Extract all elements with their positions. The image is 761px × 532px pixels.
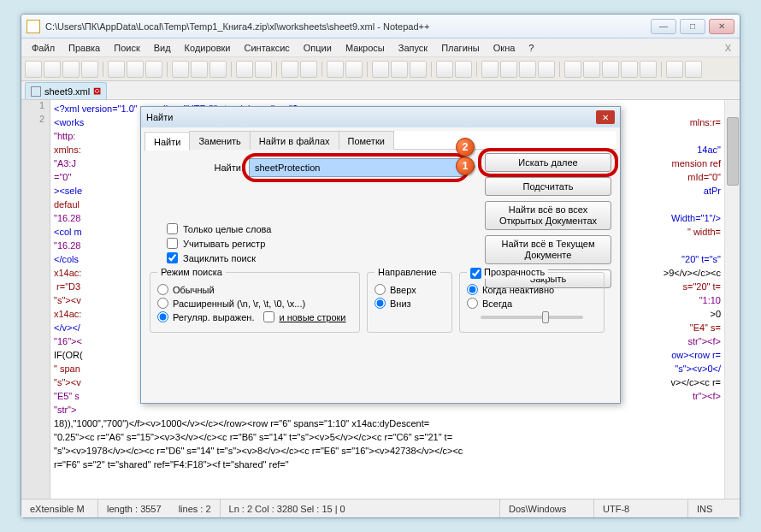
scrollbar-thumb[interactable] bbox=[727, 117, 739, 186]
whole-words-label: Только целые слова bbox=[183, 224, 271, 234]
menu-syntax[interactable]: Синтаксис bbox=[238, 43, 297, 53]
menu-encoding[interactable]: Кодировки bbox=[178, 43, 238, 53]
tool-zoomin-icon[interactable] bbox=[327, 61, 344, 78]
menu-file[interactable]: Файл bbox=[25, 43, 62, 53]
menu-options[interactable]: Опции bbox=[297, 43, 339, 53]
tool-playfast-icon[interactable] bbox=[621, 61, 638, 78]
dialog-close-icon[interactable]: ✕ bbox=[596, 110, 615, 124]
trans-inactive-radio[interactable] bbox=[467, 284, 478, 295]
tool-zoomout-icon[interactable] bbox=[345, 61, 363, 78]
menu-plugins[interactable]: Плагины bbox=[434, 43, 487, 53]
tool-fold-icon[interactable] bbox=[455, 61, 472, 78]
find-dialog: Найти ✕ Найти Заменить Найти в файлах По… bbox=[140, 106, 621, 404]
tool-copy-icon[interactable] bbox=[191, 61, 208, 78]
direction-group: Направление Вверх Вниз bbox=[367, 272, 452, 333]
tool-replace-icon[interactable] bbox=[300, 61, 317, 78]
find-all-current-button[interactable]: Найти всё в Текущем Документе bbox=[485, 235, 611, 264]
status-eol: Dos\Windows bbox=[500, 499, 594, 517]
trans-always-radio[interactable] bbox=[467, 298, 478, 309]
find-label: Найти: bbox=[150, 163, 244, 173]
maximize-button[interactable]: □ bbox=[680, 19, 705, 34]
status-lines: lines : 2 bbox=[170, 499, 221, 517]
gutter: 1 2 bbox=[21, 100, 50, 499]
tool-find-icon[interactable] bbox=[281, 61, 298, 78]
transparency-slider[interactable] bbox=[481, 316, 583, 319]
marker-1: 1 bbox=[456, 157, 475, 175]
direction-title: Направление bbox=[375, 267, 440, 277]
tool-doc4-icon[interactable] bbox=[538, 61, 555, 78]
tab-findinfiles[interactable]: Найти в файлах bbox=[250, 131, 339, 150]
search-mode-group: Режим поиска Обычный Расширенный (\n, \r… bbox=[150, 272, 360, 333]
tool-doc1-icon[interactable] bbox=[481, 61, 498, 78]
find-input[interactable] bbox=[249, 158, 463, 177]
find-all-open-button[interactable]: Найти всё во всех Открытых Документах bbox=[485, 201, 611, 230]
tabbar: sheet9.xml ⊠ bbox=[21, 81, 740, 100]
menu-help[interactable]: ? bbox=[522, 43, 540, 53]
dialog-title: Найти bbox=[146, 112, 596, 122]
tool-saverec-icon[interactable] bbox=[640, 61, 657, 78]
tool-rec-icon[interactable] bbox=[564, 61, 581, 78]
menu-windows[interactable]: Окна bbox=[487, 43, 522, 53]
tab-find[interactable]: Найти bbox=[145, 132, 190, 151]
status-length: length : 3557 bbox=[98, 499, 170, 517]
wrap-label: Зациклить поиск bbox=[183, 253, 256, 263]
transparency-checkbox[interactable] bbox=[470, 268, 481, 279]
status-encoding: UTF-8 bbox=[594, 499, 688, 517]
tool-cut-icon[interactable] bbox=[172, 61, 189, 78]
menu-edit[interactable]: Правка bbox=[62, 43, 107, 53]
line-number: 2 bbox=[21, 114, 50, 127]
count-button[interactable]: Подсчитать bbox=[485, 177, 611, 196]
status-pos: Ln : 2 Col : 3280 Sel : 15 | 0 bbox=[221, 499, 500, 517]
tool-closeall-icon[interactable] bbox=[127, 61, 144, 78]
tool-new-icon[interactable] bbox=[25, 61, 42, 78]
newlines-checkbox[interactable] bbox=[263, 311, 274, 322]
wrap-checkbox[interactable] bbox=[167, 252, 178, 263]
file-tab-close-icon[interactable]: ⊠ bbox=[93, 86, 101, 97]
tool-close-icon[interactable] bbox=[108, 61, 125, 78]
menu-macros[interactable]: Макросы bbox=[339, 43, 392, 53]
tool-save-icon[interactable] bbox=[62, 61, 80, 78]
toolbar bbox=[21, 57, 740, 81]
file-tab[interactable]: sheet9.xml ⊠ bbox=[25, 82, 107, 99]
mode-normal-radio[interactable] bbox=[157, 284, 168, 295]
slider-handle[interactable] bbox=[542, 311, 549, 323]
menu-search[interactable]: Поиск bbox=[107, 43, 146, 53]
find-next-button[interactable]: Искать далее bbox=[485, 153, 611, 172]
dialog-titlebar[interactable]: Найти ✕ bbox=[141, 107, 620, 127]
scrollbar-vertical[interactable] bbox=[724, 100, 740, 499]
tool-play-icon[interactable] bbox=[602, 61, 619, 78]
mode-regex-radio[interactable] bbox=[157, 311, 168, 322]
tool-stop-icon[interactable] bbox=[583, 61, 600, 78]
tool-open-icon[interactable] bbox=[44, 61, 61, 78]
tool-print-icon[interactable] bbox=[145, 61, 162, 78]
tab-replace[interactable]: Заменить bbox=[189, 131, 250, 150]
tool-undo-icon[interactable] bbox=[236, 61, 253, 78]
tool-indent-icon[interactable] bbox=[436, 61, 453, 78]
status-mode: INS bbox=[688, 499, 740, 517]
tab-marks[interactable]: Пометки bbox=[339, 131, 394, 150]
mode-extended-radio[interactable] bbox=[157, 298, 168, 309]
tool-wrap-icon[interactable] bbox=[391, 61, 408, 78]
menu-view[interactable]: Вид bbox=[147, 43, 178, 53]
window-title: C:\Users\ПК\AppData\Local\Temp\Temp1_Кни… bbox=[45, 21, 651, 32]
tool-paste-icon[interactable] bbox=[209, 61, 227, 78]
menu-run[interactable]: Запуск bbox=[392, 43, 434, 53]
whole-words-checkbox[interactable] bbox=[167, 223, 178, 234]
transparency-title: Прозрачность bbox=[467, 267, 548, 279]
tool-hidden-icon[interactable] bbox=[410, 61, 427, 78]
tool-abc-icon[interactable] bbox=[666, 61, 683, 78]
titlebar[interactable]: C:\Users\ПК\AppData\Local\Temp\Temp1_Кни… bbox=[21, 15, 740, 38]
dir-down-radio[interactable] bbox=[375, 298, 386, 309]
menu-close-x[interactable]: X bbox=[718, 43, 736, 53]
close-button[interactable]: ✕ bbox=[709, 19, 734, 34]
tool-saveall-icon[interactable] bbox=[81, 61, 98, 78]
file-icon bbox=[31, 86, 41, 97]
tool-redo-icon[interactable] bbox=[255, 61, 272, 78]
tool-doc3-icon[interactable] bbox=[519, 61, 536, 78]
tool-doc2-icon[interactable] bbox=[500, 61, 517, 78]
match-case-checkbox[interactable] bbox=[167, 238, 178, 249]
tool-other-icon[interactable] bbox=[685, 61, 702, 78]
tool-sync-icon[interactable] bbox=[372, 61, 389, 78]
minimize-button[interactable]: — bbox=[651, 19, 676, 34]
dir-up-radio[interactable] bbox=[375, 284, 386, 295]
